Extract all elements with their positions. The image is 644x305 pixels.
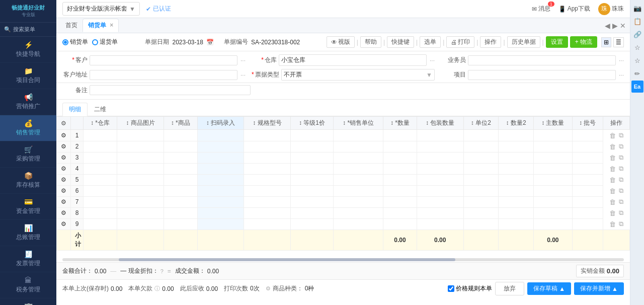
row-quantity[interactable] bbox=[383, 163, 417, 174]
radio-sale[interactable]: 销货单 bbox=[62, 38, 88, 46]
row-price1[interactable] bbox=[290, 130, 334, 141]
row-main-qty[interactable] bbox=[533, 218, 572, 230]
rs-photo-icon[interactable]: 📷 bbox=[631, 2, 643, 14]
company-selector[interactable]: 好业财专业版演示帐套 ▼ bbox=[62, 2, 140, 16]
tab-2d[interactable]: 二维 bbox=[88, 103, 113, 116]
col-pkg-qty[interactable]: ↕ 包装数量 bbox=[417, 117, 463, 130]
rs-active-icon[interactable]: Ea bbox=[631, 81, 643, 93]
row-quantity[interactable] bbox=[383, 185, 417, 196]
row-product-img[interactable] bbox=[117, 174, 164, 185]
row-quantity[interactable] bbox=[383, 218, 417, 230]
row-main-qty[interactable] bbox=[533, 130, 572, 141]
row-qty2[interactable] bbox=[499, 207, 534, 218]
rs-edit-icon[interactable]: ✏ bbox=[631, 67, 643, 80]
row-unit2[interactable] bbox=[463, 163, 499, 174]
row-batch[interactable] bbox=[572, 130, 603, 141]
row-barcode[interactable] bbox=[197, 163, 244, 174]
row-price1[interactable] bbox=[290, 163, 334, 174]
row-barcode[interactable] bbox=[197, 141, 244, 152]
row-product[interactable] bbox=[164, 207, 197, 218]
row-barcode[interactable] bbox=[197, 218, 244, 230]
col-batch[interactable]: ↕ 批号 bbox=[572, 117, 603, 130]
row-delete-btn[interactable]: 🗑 bbox=[608, 176, 617, 184]
row-sale-unit[interactable] bbox=[334, 218, 383, 230]
row-product[interactable] bbox=[164, 218, 197, 230]
row-main-qty[interactable] bbox=[533, 207, 572, 218]
row-batch[interactable] bbox=[572, 174, 603, 185]
save-new-dropdown-icon[interactable]: ▲ bbox=[612, 285, 618, 292]
row-qty2[interactable] bbox=[499, 185, 534, 196]
rs-star1-icon[interactable]: ☆ bbox=[631, 41, 643, 53]
col-product-img[interactable]: ↕ 商品图片 bbox=[117, 117, 164, 130]
sidebar-search[interactable]: 🔍 搜索菜单 bbox=[0, 23, 56, 37]
row-qty2[interactable] bbox=[499, 218, 534, 230]
row-main-qty[interactable] bbox=[533, 174, 572, 185]
row-barcode[interactable] bbox=[197, 130, 244, 141]
row-delete-btn[interactable]: 🗑 bbox=[608, 154, 617, 162]
row-barcode[interactable] bbox=[197, 185, 244, 196]
row-spec[interactable] bbox=[244, 152, 291, 163]
row-warehouse[interactable] bbox=[84, 207, 117, 218]
row-price1[interactable] bbox=[290, 185, 334, 196]
sidebar-item-purchase[interactable]: 🛒 采购管理 bbox=[0, 141, 56, 168]
row-warehouse[interactable] bbox=[84, 185, 117, 196]
save-draft-button[interactable]: 保存草稿 ▲ bbox=[527, 282, 571, 295]
col-qty2[interactable]: ↕ 数量2 bbox=[499, 117, 534, 130]
list-view-icon[interactable]: ☰ bbox=[613, 37, 624, 47]
project-ellipsis[interactable]: ··· bbox=[619, 71, 624, 79]
tab-next-icon[interactable]: ▶ bbox=[612, 22, 618, 30]
row-price1[interactable] bbox=[290, 152, 334, 163]
sidebar-item-assets[interactable]: 🏢 固定资产 bbox=[0, 298, 56, 305]
row-sale-unit[interactable] bbox=[334, 141, 383, 152]
row-batch[interactable] bbox=[572, 152, 603, 163]
address-input[interactable] bbox=[90, 70, 237, 80]
row-main-qty[interactable] bbox=[533, 141, 572, 152]
sidebar-item-accounts[interactable]: 📊 总账管理 bbox=[0, 220, 56, 246]
row-qty2[interactable] bbox=[499, 152, 534, 163]
row-unit2[interactable] bbox=[463, 152, 499, 163]
tab-home[interactable]: 首页 bbox=[60, 19, 83, 32]
row-spec[interactable] bbox=[244, 163, 291, 174]
row-copy-btn[interactable]: ⧉ bbox=[618, 154, 624, 162]
row-unit2[interactable] bbox=[463, 196, 499, 207]
row-product-img[interactable] bbox=[117, 185, 164, 196]
row-product[interactable] bbox=[164, 196, 197, 207]
discount-info-icon[interactable]: ? bbox=[160, 268, 164, 274]
row-price1[interactable] bbox=[290, 207, 334, 218]
row-warehouse[interactable] bbox=[84, 196, 117, 207]
row-warehouse[interactable] bbox=[84, 163, 117, 174]
tab-sales-order[interactable]: 销货单 × bbox=[83, 19, 119, 32]
row-delete-btn[interactable]: 🗑 bbox=[608, 132, 617, 139]
row-spec[interactable] bbox=[244, 196, 291, 207]
row-product-img[interactable] bbox=[117, 207, 164, 218]
add-btn[interactable]: + 物流 bbox=[570, 36, 597, 48]
rs-link-icon[interactable]: 🔗 bbox=[631, 28, 643, 40]
row-spec[interactable] bbox=[244, 207, 291, 218]
row-warehouse[interactable] bbox=[84, 130, 117, 141]
row-spec[interactable] bbox=[244, 185, 291, 196]
row-qty2[interactable] bbox=[499, 174, 534, 185]
row-pkg-qty[interactable] bbox=[417, 174, 463, 185]
col-unit2[interactable]: ↕ 单位2 bbox=[463, 117, 499, 130]
tab-prev-icon[interactable]: ◀ bbox=[605, 22, 610, 30]
setup-btn[interactable]: 设置 bbox=[546, 36, 568, 48]
sidebar-item-tax[interactable]: 🏛 税务管理 bbox=[0, 272, 56, 298]
row-main-qty[interactable] bbox=[533, 152, 572, 163]
row-batch[interactable] bbox=[572, 163, 603, 174]
row-unit2[interactable] bbox=[463, 185, 499, 196]
row-delete-btn[interactable]: 🗑 bbox=[608, 198, 617, 206]
row-quantity[interactable] bbox=[383, 207, 417, 218]
user-info[interactable]: 珠 珠珠 bbox=[598, 3, 624, 15]
col-barcode[interactable]: ↕ 扫码录入 bbox=[197, 117, 244, 130]
col-spec[interactable]: ↕ 规格型号 bbox=[244, 117, 291, 130]
row-pkg-qty[interactable] bbox=[417, 207, 463, 218]
row-barcode[interactable] bbox=[197, 207, 244, 218]
row-pkg-qty[interactable] bbox=[417, 196, 463, 207]
row-product[interactable] bbox=[164, 141, 197, 152]
messages-button[interactable]: ✉ 1 消息 bbox=[532, 5, 550, 13]
row-sale-unit[interactable] bbox=[334, 163, 383, 174]
row-pkg-qty[interactable] bbox=[417, 218, 463, 230]
rs-star2-icon[interactable]: ☆ bbox=[631, 54, 643, 66]
customer-ellipsis[interactable]: ··· bbox=[240, 57, 246, 64]
row-product-img[interactable] bbox=[117, 152, 164, 163]
